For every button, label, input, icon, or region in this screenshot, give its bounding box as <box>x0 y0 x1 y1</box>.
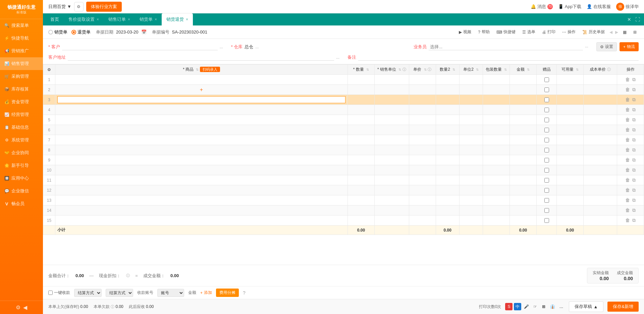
cost-cell[interactable] <box>584 195 617 205</box>
pack-cell[interactable] <box>483 115 509 125</box>
product-cell[interactable] <box>55 165 348 175</box>
price-cell[interactable] <box>409 95 436 105</box>
unit-cell[interactable] <box>374 175 409 185</box>
sort-icon[interactable]: ⇅ <box>504 68 507 71</box>
price-cell[interactable] <box>409 125 436 135</box>
unit-cell[interactable] <box>374 125 409 135</box>
account-select[interactable]: 账号 <box>157 289 184 297</box>
amount-cell[interactable] <box>510 205 537 215</box>
video-help-button[interactable]: ▶ 视频 <box>457 28 473 36</box>
more-icon[interactable]: … <box>557 303 565 310</box>
cost-cell[interactable] <box>584 185 617 195</box>
cost-cell[interactable] <box>584 165 617 175</box>
gift-checkbox[interactable] <box>544 138 549 142</box>
gift-checkbox[interactable] <box>544 77 549 82</box>
unit2-cell[interactable] <box>459 165 483 175</box>
radio-return-bill[interactable]: 退货单 <box>71 29 91 35</box>
gift-checkbox[interactable] <box>544 218 549 223</box>
copy-row-button[interactable]: ⧉ <box>632 86 636 93</box>
salesperson-input[interactable] <box>429 44 583 50</box>
sidebar-item-marketing[interactable]: 📢 营销推广 <box>0 45 43 57</box>
delete-row-button[interactable]: 🗑 <box>625 136 631 143</box>
sort-icon[interactable]: ⇅ <box>398 68 401 71</box>
gift-cell[interactable] <box>537 165 557 175</box>
gift-cell[interactable] <box>537 115 557 125</box>
unit2-cell[interactable] <box>459 205 483 215</box>
close-tab-button[interactable]: ✕ <box>626 16 633 23</box>
calendar-icon[interactable]: 📅 <box>141 29 147 35</box>
sort-icon[interactable]: ⇅ <box>366 68 369 71</box>
price-cell[interactable] <box>409 195 436 205</box>
available-cell[interactable] <box>557 185 584 195</box>
delete-row-button[interactable]: 🗑 <box>625 76 631 83</box>
save-new-button[interactable]: 保存&新增 <box>607 302 639 312</box>
sidebar-item-vip[interactable]: V 畅会员 <box>0 197 43 210</box>
delete-row-button[interactable]: 🗑 <box>625 86 631 93</box>
grid-sys-icon[interactable]: ⊞ <box>540 303 547 310</box>
address-lookup-btn[interactable]: ... <box>336 55 339 60</box>
pack-cell[interactable] <box>483 125 509 135</box>
pack-cell[interactable] <box>483 155 509 165</box>
add-button[interactable]: + 添加 <box>200 290 212 296</box>
available-cell[interactable] <box>557 155 584 165</box>
sidebar-item-app-center[interactable]: 🔲 应用中心 <box>0 172 43 185</box>
product-cell[interactable] <box>55 195 348 205</box>
amount-cell[interactable] <box>510 85 537 95</box>
price-cell[interactable] <box>409 165 436 175</box>
remark-input[interactable] <box>358 54 639 61</box>
copy-row-button[interactable]: ⧉ <box>632 167 636 174</box>
qty2-cell[interactable] <box>436 205 459 215</box>
unit-cell[interactable] <box>374 205 409 215</box>
qty2-cell[interactable] <box>436 95 459 105</box>
cost-cell[interactable] <box>584 205 617 215</box>
available-cell[interactable] <box>557 75 584 85</box>
add-row-btn[interactable]: + <box>200 87 203 92</box>
gift-cell[interactable] <box>537 105 557 115</box>
close-icon[interactable]: × <box>155 17 157 22</box>
settings-gear-button[interactable]: ⚙ <box>74 2 84 11</box>
sort-icon[interactable]: ⇅ <box>452 68 455 71</box>
history-button[interactable]: 📜 历史单据 <box>580 28 607 36</box>
tab-home[interactable]: 首页 <box>46 13 64 25</box>
sidebar-item-enterprise[interactable]: 🤝 企业协同 <box>0 146 43 159</box>
expand-tab-button[interactable]: ⛶ <box>634 16 641 23</box>
amount-cell[interactable] <box>510 95 537 105</box>
operation-button[interactable]: ⋯ 操作 <box>560 28 578 36</box>
qty2-cell[interactable] <box>436 185 459 195</box>
available-cell[interactable] <box>557 165 584 175</box>
price-cell[interactable] <box>409 185 436 195</box>
product-cell[interactable] <box>55 105 348 115</box>
gift-cell[interactable] <box>537 145 557 155</box>
qty2-cell[interactable] <box>436 125 459 135</box>
amount-cell[interactable] <box>510 145 537 155</box>
cost-cell[interactable] <box>584 175 617 185</box>
industry-selector[interactable]: 日用百货 ▼ <box>48 4 71 10</box>
sidebar-item-inventory[interactable]: 📦 库存核算 <box>0 83 43 96</box>
pack-cell[interactable] <box>483 145 509 155</box>
delete-row-button[interactable]: 🗑 <box>625 197 631 203</box>
tab-sales[interactable]: 销货单 × <box>135 13 162 25</box>
qty2-cell[interactable] <box>436 175 459 185</box>
sidebar-item-newbie[interactable]: 🌟 新手引导 <box>0 159 43 172</box>
gift-checkbox[interactable] <box>544 208 549 213</box>
sidebar-item-purchase[interactable]: 🛒 采购管理 <box>0 70 43 83</box>
price-cell[interactable] <box>409 175 436 185</box>
price-cell[interactable] <box>409 215 436 226</box>
unit2-cell[interactable] <box>459 145 483 155</box>
available-cell[interactable] <box>557 175 584 185</box>
cost-cell[interactable] <box>584 85 617 95</box>
gift-cell[interactable] <box>537 85 557 95</box>
sidebar-settings-btn[interactable]: ⚙ <box>16 304 20 311</box>
copy-row-button[interactable]: ⧉ <box>632 96 636 103</box>
cost-cell[interactable] <box>584 135 617 145</box>
print-button[interactable]: 🖨 打印 <box>540 28 557 36</box>
sidebar-item-shortcut[interactable]: ⚡ 快捷导航 <box>0 32 43 45</box>
qty-cell[interactable] <box>347 105 374 115</box>
qty-cell[interactable] <box>347 165 374 175</box>
gift-checkbox[interactable] <box>544 108 549 112</box>
delete-row-button[interactable]: 🗑 <box>625 207 631 213</box>
sort-icon[interactable]: ⇅ <box>576 68 579 71</box>
sort-icon[interactable]: ⇅ <box>196 68 199 71</box>
unit-cell[interactable] <box>374 95 409 105</box>
unit2-cell[interactable] <box>459 135 483 145</box>
